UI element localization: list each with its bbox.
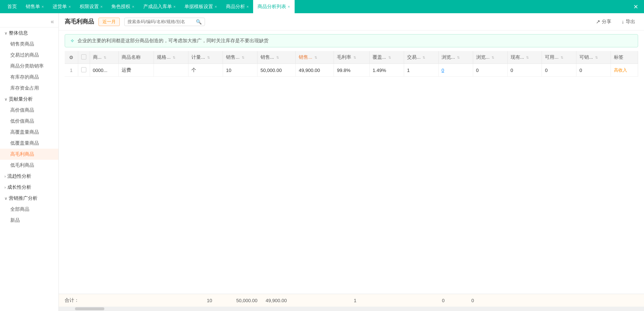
table-header-row: ⚙ 商... ⇅ 商品名称 规格... — [65, 51, 638, 64]
nav-tab-product-in-label: 产成品入库单 — [143, 3, 172, 10]
export-icon: ↓ — [622, 19, 624, 25]
sidebar-item-high-coverage[interactable]: 高覆盖量商品 — [0, 127, 58, 138]
info-banner: ✧ 企业的主要的利润都是这部分商品创造的，可考虑加大推广，同时关注库存是不要出现… — [65, 34, 638, 47]
sort-gross-rate-icon: ⇅ — [353, 56, 356, 59]
sidebar-group-marketing[interactable]: ∨ 营销推广分析 — [0, 193, 58, 204]
sidebar-item-sales-goods[interactable]: 销售类商品 — [0, 39, 58, 50]
sort-sales-amt-icon: ⇅ — [276, 56, 279, 59]
col-header-trade[interactable]: 交易... ⇅ — [404, 51, 439, 64]
nav-tab-role[interactable]: 角色授权 × — [107, 0, 138, 13]
row-browse1[interactable]: 0 — [438, 64, 473, 77]
col-header-unit[interactable]: 计量... ⇅ — [188, 51, 223, 64]
sort-sales-cost-icon: ⇅ — [314, 56, 317, 59]
row-checkbox-cell[interactable] — [78, 64, 90, 77]
close-analysis-tab[interactable]: × — [247, 4, 249, 9]
sidebar-item-stocked-goods[interactable]: 有库存的商品 — [0, 72, 58, 83]
sidebar-group-growth[interactable]: › 成长性分析 — [0, 182, 58, 193]
nav-tab-permission[interactable]: 权限设置 × — [75, 0, 107, 13]
col-header-name[interactable]: 商品名称 — [119, 51, 154, 64]
settings-icon[interactable]: ⚙ — [69, 55, 73, 60]
close-permission-tab[interactable]: × — [100, 4, 102, 9]
nav-tab-analysis[interactable]: 商品分析 × — [222, 0, 253, 13]
col-header-sales-qty[interactable]: 销售... ⇅ — [223, 51, 258, 64]
sidebar-item-low-margin[interactable]: 低毛利商品 — [0, 160, 58, 171]
col-header-sales-cost[interactable]: 销售... ⇅ — [296, 51, 334, 64]
export-label: 导出 — [626, 18, 635, 25]
sidebar-item-high-value-label: 高价值商品 — [10, 107, 34, 113]
sidebar-item-new-goods[interactable]: 新品 — [0, 215, 58, 226]
col-header-tag[interactable]: 标签 — [611, 51, 638, 64]
row-unit: 个 — [188, 64, 223, 77]
row-tag: 高收入 — [611, 64, 638, 77]
sidebar-item-stocked-goods-label: 有库存的商品 — [10, 74, 39, 80]
sidebar-item-high-value[interactable]: 高价值商品 — [0, 105, 58, 116]
content-area: 高毛利商品 近一月 🔍 ↗ 分享 ↓ 导出 ✧ 企业的主要的利润都是这部分商品创… — [59, 13, 644, 311]
scroll-thumb[interactable] — [75, 307, 104, 310]
nav-tab-template[interactable]: 单据模板设置 × — [180, 0, 221, 13]
close-analysis-list-tab[interactable]: × — [288, 4, 290, 9]
footer-sales-qty: 10 — [204, 298, 233, 303]
sidebar-item-category-rate-label: 商品分类助销率 — [10, 63, 44, 69]
sidebar-item-category-rate[interactable]: 商品分类助销率 — [0, 61, 58, 72]
sidebar-item-traded-goods-label: 交易过的商品 — [10, 52, 39, 58]
close-role-tab[interactable]: × — [132, 4, 134, 9]
filter-period-button[interactable]: 近一月 — [98, 18, 120, 26]
col-header-stock3[interactable]: 可销... ⇅ — [576, 51, 611, 64]
nav-tab-analysis-list[interactable]: 商品分析列表 × — [253, 0, 294, 13]
close-sales-tab[interactable]: × — [42, 4, 44, 9]
col-header-stock1[interactable]: 现有... ⇅ — [507, 51, 542, 64]
content-header: 高毛利商品 近一月 🔍 ↗ 分享 ↓ 导出 — [59, 13, 644, 30]
sidebar-group-trend[interactable]: › 流趋性分析 — [0, 171, 58, 182]
close-product-in-tab[interactable]: × — [173, 4, 176, 9]
col-header-browse1[interactable]: 浏览... ⇅ — [438, 51, 473, 64]
row-browse1-link[interactable]: 0 — [442, 68, 444, 73]
sidebar-item-traded-goods[interactable]: 交易过的商品 — [0, 50, 58, 61]
header-checkbox[interactable] — [81, 54, 86, 59]
search-box: 🔍 — [124, 18, 205, 26]
nav-tab-home[interactable]: 首页 — [3, 0, 21, 13]
arrow-overall-icon: ∨ — [4, 31, 7, 36]
sidebar-group-overall[interactable]: ∨ 整体信息 — [0, 28, 58, 39]
sort-stock1-icon: ⇅ — [526, 56, 529, 59]
export-button[interactable]: ↓ 导出 — [619, 17, 638, 26]
col-header-sales-amt[interactable]: 销售... ⇅ — [258, 51, 296, 64]
col-header-browse2[interactable]: 浏览... ⇅ — [473, 51, 507, 64]
sidebar-group-trend-label: 流趋性分析 — [7, 173, 31, 180]
share-button[interactable]: ↗ 分享 — [593, 17, 614, 26]
sidebar-item-new-goods-label: 新品 — [10, 217, 20, 223]
col-header-spec[interactable]: 规格... ⇅ — [154, 51, 188, 64]
sidebar-group-contribution[interactable]: ∨ 贡献量分析 — [0, 94, 58, 105]
nav-tab-permission-label: 权限设置 — [80, 3, 99, 10]
sidebar-collapse-button[interactable]: « — [49, 18, 55, 26]
row-checkbox[interactable] — [81, 67, 86, 72]
sort-cover-icon: ⇅ — [388, 56, 391, 59]
nav-tab-purchase[interactable]: 进货单 × — [48, 0, 75, 13]
arrow-contribution-icon: ∨ — [4, 97, 7, 102]
close-template-tab[interactable]: × — [215, 4, 217, 9]
sidebar-item-low-coverage[interactable]: 低覆盖量商品 — [0, 138, 58, 149]
close-purchase-tab[interactable]: × — [68, 4, 71, 9]
footer-sales-amt: 50,000.00 — [233, 298, 263, 303]
row-code: 0000... — [90, 64, 119, 77]
col-header-gross-rate[interactable]: 毛利率 ⇅ — [334, 51, 370, 64]
main-layout: « ∨ 整体信息 销售类商品 交易过的商品 商品分类助销率 有库存的商品 库存资… — [0, 13, 644, 311]
search-input[interactable] — [127, 19, 194, 24]
nav-tab-product-in[interactable]: 产成品入库单 × — [139, 0, 180, 13]
row-sales-amt: 50,000.00 — [258, 64, 296, 77]
sort-code-icon: ⇅ — [104, 56, 107, 59]
nav-tab-sales[interactable]: 销售单 × — [21, 0, 48, 13]
sidebar-item-low-value[interactable]: 低价值商品 — [0, 116, 58, 127]
col-header-cover[interactable]: 覆盖... ⇅ — [370, 51, 404, 64]
sidebar-item-low-coverage-label: 低覆盖量商品 — [10, 140, 39, 146]
horizontal-scrollbar[interactable] — [59, 307, 644, 311]
sidebar-item-all-goods[interactable]: 全部商品 — [0, 204, 58, 215]
sidebar-item-stock-capital[interactable]: 库存资金占用 — [0, 83, 58, 94]
col-header-settings[interactable]: ⚙ — [65, 51, 78, 64]
window-close-button[interactable]: ✕ — [630, 3, 641, 10]
col-header-stock2[interactable]: 可用... ⇅ — [542, 51, 576, 64]
sidebar-group-marketing-label: 营销推广分析 — [9, 195, 37, 202]
sidebar-item-low-value-label: 低价值商品 — [10, 118, 34, 124]
col-header-check[interactable] — [78, 51, 90, 64]
sidebar-item-high-margin[interactable]: 高毛利商品 — [0, 149, 58, 160]
col-header-code[interactable]: 商... ⇅ — [90, 51, 119, 64]
